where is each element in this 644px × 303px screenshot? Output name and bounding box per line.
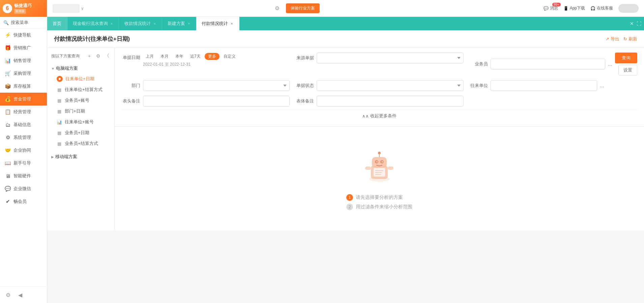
- svg-rect-10: [388, 166, 393, 170]
- page-header: 付款情况统计(往来单位+日期) ↗ 导出 ↻ 刷新: [47, 30, 644, 48]
- tab-collection-stats[interactable]: 收款情况统计 ×: [119, 17, 162, 30]
- tabbar: 首页 现金银行流水查询 × 收款情况统计 × 新建方案 × 付款情况统计 × ✕…: [47, 17, 644, 30]
- salesman-dots[interactable]: ...: [608, 61, 612, 67]
- sidebar-item-label: 企业微信: [13, 186, 31, 192]
- tab-new-scheme[interactable]: 新建方案 ×: [162, 17, 196, 30]
- table-body-note-label: 表体备注: [295, 98, 314, 104]
- tab-collection-label: 收款情况统计: [124, 21, 151, 27]
- sidebar-item-label: 资金管理: [13, 96, 31, 102]
- user-avatar[interactable]: [618, 4, 639, 13]
- tip-num-2: 2: [346, 204, 353, 210]
- refresh-btn[interactable]: ↻ 刷新: [623, 36, 637, 42]
- sidebar-item-cooperation[interactable]: 🤝 企业协同: [0, 144, 47, 157]
- export-icon: ↗: [606, 36, 609, 41]
- basic-info-icon: 🗂: [5, 122, 11, 128]
- scheme-item-label: 业务员+日期: [65, 130, 89, 136]
- tab-payment-stats[interactable]: 付款情况统计 ×: [196, 17, 239, 30]
- scheme-item-unit-account[interactable]: 📊 往来单位+账号: [47, 117, 114, 127]
- date-option-more[interactable]: 更多: [205, 53, 219, 60]
- date-option-7days[interactable]: 近7天: [187, 53, 203, 60]
- trial-btn[interactable]: 体验行业方案: [286, 3, 320, 13]
- svg-point-8: [378, 152, 381, 154]
- sidebar-item-wechat[interactable]: 💬 企业微信: [0, 182, 47, 195]
- tab-new-label: 新建方案: [168, 21, 185, 27]
- tab-home-label: 首页: [53, 21, 61, 27]
- topbar: ∨ ⚙ 体验行业方案 💬 消息 99+ 📱 App下载 🎧 在线客服: [47, 0, 644, 17]
- scheme-item-icon: ▦: [57, 130, 62, 135]
- tab-cash-query[interactable]: 现金银行流水查询 ×: [67, 17, 119, 30]
- online-service-btn[interactable]: 🎧 在线客服: [590, 5, 613, 11]
- scheme-item-salesman-date[interactable]: ▦ 业务员+日期: [47, 127, 114, 138]
- sidebar-item-guide[interactable]: 📖 新手引导: [0, 157, 47, 170]
- message-btn[interactable]: 💬 消息 99+: [544, 5, 558, 11]
- footer-settings-btn[interactable]: ⚙: [3, 290, 13, 300]
- scheme-section-header-mobile[interactable]: ▶ 移动端方案: [47, 152, 114, 162]
- sidebar-item-member[interactable]: ✔ 畅会员: [0, 195, 47, 208]
- sidebar-item-inventory[interactable]: 📦 库存核算: [0, 80, 47, 93]
- tab-close-window[interactable]: ✕: [630, 21, 634, 26]
- tab-cash-close[interactable]: ×: [110, 21, 113, 26]
- scheme-content-row: 按以下方案查询 + ⚙ 《 ▼ 电脑端方案 往来单位+日期: [47, 48, 644, 231]
- tab-payment-close[interactable]: ×: [230, 21, 233, 26]
- app-download-btn[interactable]: 📱 App下载: [563, 5, 585, 11]
- section-arrow-desktop: ▼: [51, 67, 55, 70]
- export-btn[interactable]: ↗ 导出: [606, 36, 619, 42]
- filter-row-3: 表头备注 表体备注: [121, 96, 637, 107]
- brand-name: 畅捷通巧: [14, 3, 32, 8]
- counterpart-input[interactable]: [491, 80, 597, 91]
- table-head-note-label: 表头备注: [121, 98, 140, 104]
- topbar-gear-btn[interactable]: ⚙: [272, 4, 282, 13]
- member-icon: ✔: [5, 199, 11, 205]
- sidebar-item-basic-info[interactable]: 🗂 基础信息: [0, 118, 47, 131]
- settings-btn[interactable]: 设置: [618, 65, 637, 75]
- marketing-icon: 🎁: [5, 45, 11, 51]
- page-header-actions: ↗ 导出 ↻ 刷新: [606, 36, 637, 42]
- sidebar-search[interactable]: 🔍 搜索菜单: [0, 17, 47, 29]
- section-arrow-mobile: ▶: [51, 155, 54, 159]
- scheme-add-btn[interactable]: +: [86, 53, 93, 59]
- empty-tips: 1 请先选择要分析的方案 2 用过滤条件来缩小分析范围: [346, 194, 412, 210]
- scheme-item-salesman-settlement[interactable]: ▦ 业务员+结算方式: [47, 138, 114, 149]
- scheme-collapse-btn[interactable]: 《: [104, 53, 110, 59]
- scheme-item-salesman-account[interactable]: ▦ 业务员+账号: [47, 95, 114, 106]
- date-option-last-month[interactable]: 上月: [143, 53, 156, 60]
- sidebar-item-label: 系统管理: [13, 134, 31, 141]
- date-option-custom[interactable]: 自定义: [221, 53, 238, 60]
- salesman-input[interactable]: [491, 59, 605, 69]
- scheme-item-dept-date[interactable]: ▦ 部门+日期: [47, 106, 114, 117]
- sidebar-item-system[interactable]: ⚙ 系统管理: [0, 131, 47, 144]
- collapse-filter-btn[interactable]: ∧∧ 收起更多条件: [121, 110, 637, 122]
- salesman-label: 业务员: [469, 61, 488, 67]
- svg-rect-2: [372, 157, 387, 168]
- query-btn[interactable]: 查询: [615, 53, 637, 63]
- scheme-settings-btn[interactable]: ⚙: [95, 53, 101, 59]
- sidebar-item-sales[interactable]: 📊 销售管理: [0, 54, 47, 67]
- date-option-this-month[interactable]: 本月: [158, 53, 171, 60]
- sidebar-item-marketing[interactable]: 🎁 营销推广: [0, 41, 47, 54]
- sidebar-item-hardware[interactable]: 🖥 智能硬件: [0, 170, 47, 182]
- tab-collection-close[interactable]: ×: [153, 21, 156, 26]
- scheme-section-header-desktop[interactable]: ▼ 电脑端方案: [47, 63, 114, 73]
- sidebar-item-purchase[interactable]: 🛒 采购管理: [0, 67, 47, 80]
- voucher-status-select[interactable]: [317, 80, 463, 91]
- counterpart-dots[interactable]: ...: [600, 83, 604, 89]
- scheme-item-unit-date[interactable]: 往来单位+日期: [47, 73, 114, 84]
- tab-maximize-window[interactable]: ⛶: [637, 21, 641, 26]
- table-body-note-input[interactable]: [317, 96, 463, 107]
- tab-spacer: [239, 17, 627, 30]
- source-select[interactable]: [317, 53, 463, 63]
- table-head-note-input[interactable]: [143, 96, 290, 107]
- scheme-item-label: 往来单位+日期: [65, 76, 94, 82]
- tab-home[interactable]: 首页: [47, 17, 67, 30]
- date-option-this-year[interactable]: 本年: [173, 53, 186, 60]
- sidebar-item-quick-nav[interactable]: ⚡ 快捷导航: [0, 29, 47, 41]
- tab-new-close[interactable]: ×: [187, 21, 191, 26]
- sidebar-item-operation[interactable]: 📋 经营管理: [0, 105, 47, 118]
- tip-text-2: 用过滤条件来缩小分析范围: [356, 204, 412, 210]
- footer-collapse-btn[interactable]: ◀: [16, 290, 25, 300]
- quick-nav-icon: ⚡: [5, 32, 11, 38]
- dept-select[interactable]: [143, 80, 290, 91]
- sidebar-item-finance[interactable]: 💰 资金管理: [0, 93, 47, 105]
- scheme-item-unit-settlement[interactable]: ▦ 往来单位+结算方式: [47, 84, 114, 95]
- scheme-item-label: 部门+日期: [65, 108, 85, 114]
